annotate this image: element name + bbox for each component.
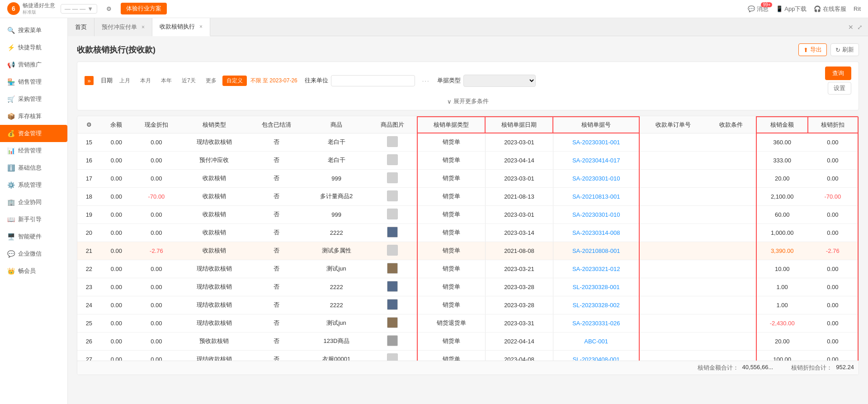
- doc-no-link[interactable]: SA-20230321-012: [572, 266, 620, 272]
- cell-doc-no: SA-20230301-010: [553, 169, 639, 187]
- cell-doc-type: 销货单: [417, 205, 485, 223]
- cell-goods: 999: [305, 205, 368, 223]
- cell-goods: 衣服00001: [305, 350, 368, 361]
- cell-include-settled: 否: [247, 332, 305, 350]
- col-settings[interactable]: ⚙: [77, 117, 101, 133]
- sidebar-item-marketing[interactable]: 营销推广: [0, 56, 67, 73]
- sidebar-item-manage[interactable]: 经营管理: [0, 142, 67, 159]
- cell-cash-discount: 0.00: [132, 133, 181, 151]
- doc-no-link[interactable]: SA-20210808-001: [572, 247, 620, 254]
- doc-no-link[interactable]: SA-20230314-008: [572, 229, 620, 236]
- cell-writeoff-amount: 10.00: [756, 260, 808, 278]
- main-layout: 搜索菜单 快捷导航 营销推广 销售管理 采购管理 库存核算 资金管理 经营管理: [0, 18, 868, 404]
- tab-expand-icon[interactable]: ⤢: [857, 24, 863, 31]
- cell-doc-type: 销货单: [417, 260, 485, 278]
- doc-no-link[interactable]: SA-20230301-001: [572, 139, 620, 146]
- filter-date-item: 日期 上月 本月 本年 近7天 更多 自定义: [101, 76, 247, 86]
- app-download-button[interactable]: 📱 App下载: [776, 5, 807, 13]
- sidebar-item-warehouse[interactable]: 库存核算: [0, 108, 67, 125]
- doc-no-link[interactable]: SL-20230328-002: [573, 302, 620, 309]
- export-button[interactable]: ⬆ 导出: [798, 43, 827, 56]
- cell-writeoff-discount: 0.00: [808, 169, 858, 187]
- cell-doc-no: SA-20230314-008: [553, 223, 639, 242]
- doc-no-link[interactable]: SA-20230301-010: [572, 175, 620, 182]
- doctype-select[interactable]: [463, 75, 536, 87]
- sidebar-item-system[interactable]: 系统管理: [0, 176, 67, 194]
- tab-home[interactable]: 首页: [68, 18, 94, 36]
- cell-writeoff-discount: 0.00: [808, 133, 858, 151]
- sidebar-item-sales[interactable]: 销售管理: [0, 73, 67, 90]
- warehouse-icon: [7, 113, 14, 120]
- date-btn-7days[interactable]: 近7天: [178, 76, 200, 86]
- date-btn-more[interactable]: 更多: [202, 76, 221, 86]
- cell-writeoff-type: 现结收款核销: [181, 278, 247, 296]
- date-btn-this-year[interactable]: 本年: [157, 76, 176, 86]
- col-receipt-order: 收款单订单号: [639, 117, 707, 133]
- cell-include-settled: 否: [247, 223, 305, 242]
- doc-no-link[interactable]: SA-20230414-017: [572, 157, 620, 164]
- query-button[interactable]: 查询: [825, 67, 851, 80]
- user-info[interactable]: Rit: [854, 5, 861, 12]
- doc-no-link[interactable]: SA-20230301-010: [572, 211, 620, 218]
- sidebar-item-corp[interactable]: 企业协同: [0, 194, 67, 211]
- cell-goods: 999: [305, 169, 368, 187]
- sidebar-item-nav[interactable]: 快捷导航: [0, 39, 67, 56]
- date-btn-this-month[interactable]: 本月: [136, 76, 155, 86]
- cell-include-settled: 否: [247, 242, 305, 260]
- cell-doc-no: ABC-001: [553, 332, 639, 350]
- table-row: 19 0.00 0.00 收款核销 否 999 销货单 2023-03-01 S…: [77, 205, 858, 223]
- sidebar-item-wechat[interactable]: 企业微信: [0, 245, 67, 262]
- message-button[interactable]: 💬 消息 99+: [748, 5, 769, 13]
- cell-goods: 123D商品: [305, 332, 368, 350]
- cell-doc-date: 2023-03-28: [485, 296, 553, 314]
- cell-cash-discount: -70.00: [132, 187, 181, 205]
- table-wrap[interactable]: ⚙ 余额 现金折扣 核销类型 包含已结清 商品 商品图片 核销单据类型 核销单据…: [77, 116, 859, 361]
- cell-no: 25: [77, 314, 101, 332]
- col-balance: 余额: [101, 117, 132, 133]
- cell-balance: 0.00: [101, 260, 132, 278]
- online-service-button[interactable]: 🎧 在线客服: [814, 5, 846, 13]
- doc-no-link[interactable]: ABC-001: [584, 338, 608, 345]
- settings-button[interactable]: 设置: [828, 82, 851, 95]
- cell-include-settled: 否: [247, 278, 305, 296]
- cell-writeoff-discount: 0.00: [808, 314, 858, 332]
- date-btn-prev-month[interactable]: 上月: [115, 76, 134, 86]
- sidebar-item-purchase[interactable]: 采购管理: [0, 90, 67, 108]
- refresh-button[interactable]: ↻ 刷新: [830, 43, 859, 56]
- sidebar-item-info[interactable]: 基础信息: [0, 159, 67, 176]
- filter-expand-icon[interactable]: »: [85, 76, 94, 85]
- sidebar-item-guide[interactable]: 新手引导: [0, 211, 67, 228]
- sidebar-item-member[interactable]: 畅会员: [0, 262, 67, 280]
- table-row: 16 0.00 0.00 预付冲应收 否 老白干 销货单 2023-04-14 …: [77, 151, 858, 169]
- col-writeoff-discount: 核销折扣: [808, 117, 858, 133]
- date-btn-custom[interactable]: 自定义: [222, 76, 247, 86]
- tab-prepay-close[interactable]: ×: [142, 24, 145, 30]
- sidebar-item-search[interactable]: 搜索菜单: [0, 22, 67, 39]
- gear-button[interactable]: ⚙: [103, 2, 115, 15]
- doc-no-link[interactable]: SA-20230331-026: [572, 320, 620, 327]
- industry-button[interactable]: 体验行业方案: [121, 3, 167, 14]
- guide-icon: [7, 216, 14, 223]
- cell-cash-discount: 0.00: [132, 223, 181, 242]
- sidebar-item-finance[interactable]: 资金管理: [0, 125, 67, 142]
- table-row: 21 0.00 -2.76 收款核销 否 测试多属性 销货单 2021-08-0…: [77, 242, 858, 260]
- cell-writeoff-discount: 0.00: [808, 278, 858, 296]
- header-actions: ⬆ 导出 ↻ 刷新: [798, 43, 859, 56]
- cell-receipt-cond: [707, 350, 756, 361]
- doc-no-link[interactable]: SL-20230328-001: [573, 284, 620, 290]
- tab-prepay[interactable]: 预付冲应付单 ×: [94, 18, 152, 36]
- doc-no-link[interactable]: SL-20230408-001: [573, 356, 620, 361]
- cell-include-settled: 否: [247, 187, 305, 205]
- tab-home-label: 首页: [75, 23, 87, 31]
- sidebar-item-smart[interactable]: 智能硬件: [0, 228, 67, 245]
- footer-amount: 核销金额合计： 40,556,66...: [698, 364, 774, 372]
- col-goods: 商品: [305, 117, 368, 133]
- tab-receipt[interactable]: 收款核销执行 ×: [152, 18, 210, 36]
- partner-input[interactable]: [331, 75, 415, 86]
- tab-receipt-close[interactable]: ×: [199, 24, 203, 30]
- tab-close-all-icon[interactable]: ✕: [848, 24, 854, 31]
- cell-no: 24: [77, 296, 101, 314]
- doc-no-link[interactable]: SA-20210813-001: [572, 193, 620, 200]
- expand-conditions-button[interactable]: ∨ 展开更多条件: [447, 97, 489, 105]
- app-selector[interactable]: — — — ▼: [61, 4, 97, 14]
